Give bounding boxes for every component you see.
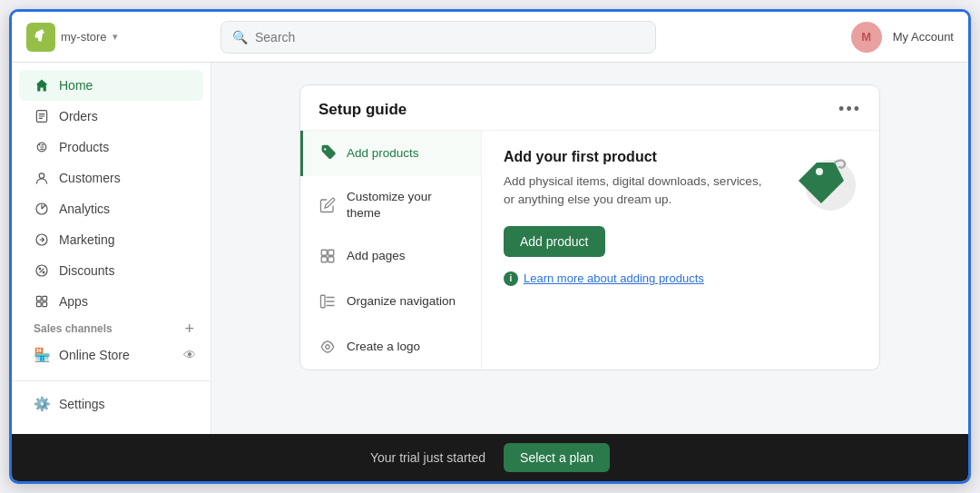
svg-rect-18 — [321, 250, 327, 255]
setup-guide-card: Setup guide ••• — [299, 84, 880, 370]
sales-channels-section: Sales channels + — [12, 317, 211, 340]
step-label-customize-theme: Customize your theme — [347, 189, 466, 221]
store-logo-area[interactable]: my-store ▾ — [26, 23, 118, 52]
svg-rect-13 — [36, 296, 41, 301]
sidebar-item-home[interactable]: Home — [19, 70, 203, 101]
add-sales-channel-button[interactable]: + — [182, 320, 196, 337]
user-name: My Account — [893, 30, 954, 44]
step-label-add-products: Add products — [347, 145, 419, 162]
analytics-icon — [34, 201, 50, 217]
svg-rect-20 — [321, 257, 327, 262]
sidebar-item-customers[interactable]: Customers — [19, 163, 203, 193]
svg-point-11 — [39, 268, 41, 270]
customize-theme-icon — [318, 195, 338, 215]
sidebar-label-customers: Customers — [59, 171, 121, 185]
main-area: Home Orders Products Customers — [12, 63, 968, 434]
shopify-logo-icon — [26, 23, 55, 52]
avatar[interactable]: M — [851, 22, 882, 53]
sidebar-item-settings[interactable]: ⚙️ Settings — [19, 389, 203, 419]
svg-point-17 — [324, 148, 326, 150]
sidebar-item-orders[interactable]: Orders — [19, 101, 203, 132]
create-logo-icon — [318, 337, 338, 357]
svg-rect-14 — [43, 296, 47, 301]
svg-point-26 — [326, 345, 330, 350]
chevron-down-icon: ▾ — [113, 31, 118, 43]
sidebar-item-discounts[interactable]: Discounts — [19, 255, 203, 286]
browser-window: my-store ▾ 🔍 M My Account Home — [9, 9, 971, 484]
home-icon — [34, 77, 50, 94]
sidebar-label-settings: Settings — [59, 397, 105, 411]
organize-nav-icon — [318, 291, 338, 311]
svg-point-6 — [39, 173, 44, 179]
bottom-banner: Your trial just started Select a plan — [12, 434, 968, 481]
steps-list: Add products Customize your theme — [300, 131, 482, 370]
online-store-icon: 🏪 — [34, 347, 50, 363]
svg-rect-16 — [43, 302, 47, 307]
learn-more-row: i Learn more about adding products — [504, 271, 858, 286]
top-bar: my-store ▾ 🔍 M My Account — [12, 12, 968, 63]
svg-rect-21 — [328, 257, 334, 262]
online-store-label: Online Store — [59, 348, 130, 362]
discounts-icon — [34, 262, 50, 279]
info-icon: i — [504, 271, 518, 286]
card-body: Add products Customize your theme — [300, 131, 879, 370]
step-label-organize-nav: Organize navigation — [347, 293, 456, 310]
sidebar-label-discounts: Discounts — [59, 263, 114, 278]
orders-icon — [34, 108, 50, 124]
sidebar-item-online-store[interactable]: 🏪 Online Store 👁 — [12, 340, 211, 370]
sidebar-label-products: Products — [59, 140, 109, 154]
step-label-add-pages: Add pages — [347, 248, 406, 264]
top-bar-right: M My Account — [851, 22, 954, 53]
step-content-desc: Add physical items, digital downloads, s… — [504, 173, 776, 210]
settings-icon: ⚙️ — [34, 396, 50, 412]
sidebar-label-apps: Apps — [59, 294, 88, 309]
svg-point-5 — [39, 144, 41, 146]
eye-icon[interactable]: 👁 — [183, 348, 196, 362]
sidebar-label-marketing: Marketing — [59, 232, 114, 247]
sidebar-item-products[interactable]: Products — [19, 132, 203, 163]
step-item-create-logo[interactable]: Create a logo — [300, 324, 481, 370]
svg-rect-19 — [328, 250, 334, 255]
apps-icon — [34, 293, 50, 310]
search-bar[interactable]: 🔍 — [220, 21, 656, 54]
learn-more-link[interactable]: Learn more about adding products — [524, 271, 704, 285]
trial-text: Your trial just started — [370, 450, 485, 465]
step-content-inner: Add your first product Add physical item… — [504, 149, 858, 286]
sidebar-item-marketing[interactable]: Marketing — [19, 224, 203, 255]
sidebar-label-orders: Orders — [59, 109, 98, 123]
store-name: my-store — [61, 30, 107, 44]
select-plan-button[interactable]: Select a plan — [504, 443, 610, 472]
step-item-customize-theme[interactable]: Customize your theme — [300, 176, 481, 233]
sales-channels-label: Sales channels — [34, 322, 113, 335]
product-illustration — [785, 149, 858, 224]
step-item-add-products[interactable]: Add products — [300, 131, 481, 176]
online-store-left: 🏪 Online Store — [34, 347, 130, 363]
sidebar-label-home: Home — [59, 78, 93, 93]
svg-rect-22 — [321, 295, 326, 308]
step-item-add-pages[interactable]: Add pages — [300, 233, 481, 279]
sidebar-label-analytics: Analytics — [59, 202, 110, 216]
sidebar-item-analytics[interactable]: Analytics — [19, 193, 203, 224]
sidebar: Home Orders Products Customers — [12, 63, 211, 434]
sidebar-bottom: ⚙️ Settings — [12, 380, 211, 427]
step-content-title: Add your first product — [504, 149, 776, 165]
svg-rect-15 — [36, 302, 41, 307]
search-input[interactable] — [255, 30, 644, 44]
svg-point-28 — [816, 168, 823, 175]
svg-point-12 — [43, 271, 44, 273]
content-area: Setup guide ••• — [211, 63, 968, 434]
add-product-button[interactable]: Add product — [504, 226, 605, 257]
sidebar-item-apps[interactable]: Apps — [19, 286, 203, 317]
add-products-icon — [318, 143, 338, 163]
products-icon — [34, 139, 50, 155]
step-label-create-logo: Create a logo — [347, 339, 420, 355]
avatar-initials: M — [861, 30, 871, 44]
card-menu-button[interactable]: ••• — [838, 100, 861, 119]
card-header: Setup guide ••• — [300, 85, 879, 131]
add-pages-icon — [318, 246, 338, 266]
step-content-panel: Add your first product Add physical item… — [482, 131, 879, 370]
marketing-icon — [34, 232, 50, 248]
step-item-organize-nav[interactable]: Organize navigation — [300, 279, 481, 324]
search-icon: 🔍 — [232, 30, 248, 44]
setup-guide-title: Setup guide — [318, 101, 407, 119]
